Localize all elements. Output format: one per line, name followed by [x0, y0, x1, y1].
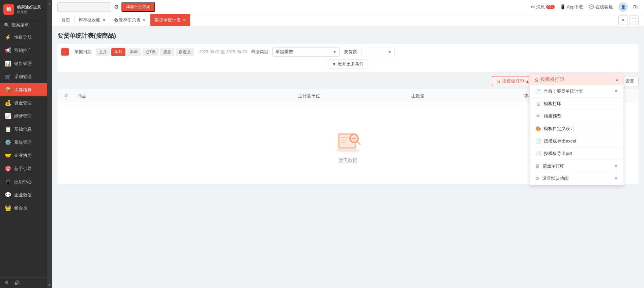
tab-close-order-stats[interactable]: ✕ — [183, 18, 186, 23]
tabbar-right-btns: ✕ ⛶ — [618, 15, 639, 25]
tab-receipt-summary[interactable]: 收发存汇总表 ✕ — [110, 14, 150, 26]
tab-expand-btn[interactable]: ⛶ — [629, 15, 639, 25]
display-print-arrow: ▼ — [614, 164, 618, 168]
dropdown-set-default[interactable]: ⚙ 设置默认功能 ▼ — [530, 172, 623, 185]
logo-icon: 畅 — [3, 4, 14, 15]
dropdown-item-template-preview[interactable]: 👁 模板预览 — [530, 110, 623, 123]
collab-icon: 🤝 — [5, 152, 11, 159]
sidebar-menu: ⚡ 快捷导航 📢 营销推广 📊 销售管理 🛒 采购管理 📦 库存核算 💰 资金管… — [0, 31, 47, 277]
search-icon: 🔍 — [4, 23, 9, 28]
topbar-gear-icon[interactable]: ⚙ — [114, 4, 119, 10]
sidebar-item-finance[interactable]: 💰 资金管理 — [0, 96, 47, 109]
inventory-icon: 📦 — [5, 87, 11, 93]
topbar-left: ⚙ 体验行业方案 — [57, 2, 155, 12]
sidebar-item-wechat[interactable]: 💬 企业微信 — [0, 188, 47, 201]
sidebar-item-inventory[interactable]: 📦 库存核算 — [0, 83, 47, 96]
marketing-icon: 📢 — [5, 47, 11, 54]
sidebar-item-quick-nav[interactable]: ⚡ 快捷导航 — [0, 31, 47, 44]
sidebar-item-basic[interactable]: 📋 基础信息 — [0, 123, 47, 136]
message-btn[interactable]: ✉ 消息 99+ — [531, 4, 555, 10]
tab-close-inventory-batch[interactable]: ✕ — [103, 18, 106, 23]
current-template-arrow: ▼ — [614, 89, 618, 94]
dropdown-item-export-excel[interactable]: 📄 按模板导出excel — [530, 135, 623, 148]
operation-icon: 📈 — [5, 113, 11, 119]
purchase-icon: 🛒 — [5, 73, 11, 80]
topbar: ⚙ 体验行业方案 ✉ 消息 99+ 📱 App下载 💬 在线客服 👤 Rit — [52, 0, 644, 14]
topbar-right: ✉ 消息 99+ 📱 App下载 💬 在线客服 👤 Rit — [531, 2, 639, 12]
tab-inventory-batch[interactable]: 库存批次账 ✕ — [75, 14, 110, 26]
print-btn[interactable]: 🖨 按模板打印 ▲ — [492, 76, 534, 86]
date-btn-more[interactable]: 更多 — [160, 48, 174, 56]
empty-text: 暂无数据 — [339, 158, 357, 164]
settings-icon[interactable]: ⚙ — [5, 280, 9, 285]
sidebar-item-newbie[interactable]: 🎯 新手引导 — [0, 162, 47, 175]
sidebar-item-system[interactable]: ⚙️ 系统管理 — [0, 136, 47, 149]
page-title: 要货单统计表(按商品) — [57, 32, 639, 40]
tab-close-receipt-summary[interactable]: ✕ — [143, 18, 146, 23]
order-type-select[interactable]: 单据类型 ▼ — [272, 47, 340, 57]
dropdown-close-btn[interactable]: ▲ — [615, 77, 619, 82]
logo-text: 畅康通好生意 标准版 — [17, 5, 41, 14]
th-gear[interactable]: ⚙ — [61, 93, 75, 98]
user-avatar[interactable]: 👤 — [618, 2, 628, 12]
sidebar-scroll[interactable]: ▲ ▼ — [47, 0, 52, 288]
date-btn-prev[interactable]: 上月 — [96, 48, 110, 56]
sidebar-item-purchase[interactable]: 🛒 采购管理 — [0, 70, 47, 83]
message-badge: 99+ — [546, 5, 555, 9]
dropdown-print-icon: 🖨 — [534, 77, 538, 82]
sidebar-item-appstore[interactable]: 📱 应用中心 — [0, 175, 47, 188]
order-qty-arrow-icon: ▼ — [387, 50, 392, 55]
sales-icon: 📊 — [5, 60, 11, 67]
sidebar-item-collab[interactable]: 🤝 企业协同 — [0, 149, 47, 162]
display-print-icon: 🖥 — [535, 163, 540, 169]
volume-icon[interactable]: 🔊 — [14, 280, 20, 285]
app-download-btn[interactable]: 📱 App下载 — [560, 4, 583, 10]
dropdown-item-export-pdf[interactable]: 📄 按模板导出pdf — [530, 148, 623, 160]
date-btn-year[interactable]: 本年 — [127, 48, 141, 56]
filter-expand-icon[interactable]: › — [61, 48, 69, 56]
empty-illustration — [331, 123, 365, 154]
page-content: 要货单统计表(按商品) › 单据日期 上月 本月 本年 近7天 更多 自定义 2… — [52, 26, 644, 288]
sidebar-item-member[interactable]: 👑 畅会员 — [0, 201, 47, 215]
template-design-icon: 🎨 — [535, 126, 541, 131]
basic-icon: 📋 — [5, 126, 11, 132]
order-qty-label: 要货数 — [344, 49, 357, 55]
template-print-icon: 🖨 — [535, 101, 541, 106]
set-default-arrow: ▼ — [614, 176, 618, 181]
template-preview-icon: 👁 — [535, 114, 541, 119]
th-product: 商品 — [75, 93, 295, 99]
service-icon: 💬 — [589, 4, 594, 9]
filter-bar: › 单据日期 上月 本月 本年 近7天 更多 自定义 2023-06-01 至 … — [57, 44, 639, 72]
dropdown-item-template-design[interactable]: 🎨 模板自定义设计 — [530, 123, 623, 135]
set-default-icon: ⚙ — [535, 176, 539, 181]
dropdown-item-template-print[interactable]: 🖨 模板打印 — [530, 98, 623, 110]
date-range: 2023-06-01 至 2023-06-30 — [199, 49, 247, 55]
expand-conditions-btn[interactable]: ▼ 展开更多条件 — [328, 59, 369, 69]
promo-button[interactable]: 体验行业方案 — [121, 2, 155, 12]
date-btn-week7[interactable]: 近7天 — [142, 48, 159, 56]
date-btn-custom[interactable]: 自定义 — [176, 48, 194, 56]
tab-order-stats[interactable]: 要货单统计表 ✕ — [150, 14, 191, 26]
sidebar-item-sales[interactable]: 📊 销售管理 — [0, 57, 47, 70]
sidebar-item-operation[interactable]: 📈 经营管理 — [0, 109, 47, 123]
sidebar: 畅 畅康通好生意 标准版 🔍 搜索菜单 ⚡ 快捷导航 📢 营销推广 📊 销售管理… — [0, 0, 47, 288]
tab-home[interactable]: 首页 — [57, 14, 75, 26]
filter-row-1: › 单据日期 上月 本月 本年 近7天 更多 自定义 2023-06-01 至 … — [61, 47, 635, 57]
appstore-icon: 📱 — [5, 179, 11, 185]
tab-close-btn[interactable]: ✕ — [618, 15, 628, 25]
tabbar: 首页 库存批次账 ✕ 收发存汇总表 ✕ 要货单统计表 ✕ ✕ ⛶ — [52, 14, 644, 26]
date-buttons: 上月 本月 本年 近7天 更多 自定义 — [96, 48, 194, 56]
date-btn-current[interactable]: 本月 — [111, 48, 125, 56]
print-arrow-icon: ▲ — [525, 79, 530, 84]
search-menu[interactable]: 🔍 搜索菜单 — [0, 19, 47, 31]
online-service-btn[interactable]: 💬 在线客服 — [589, 4, 613, 10]
order-qty-select[interactable]: ▼ — [361, 48, 395, 56]
dropdown-current-template[interactable]: 📄 当前：要货单统计表 ▼ — [530, 85, 623, 98]
quick-nav-icon: ⚡ — [5, 34, 11, 40]
topbar-search-input[interactable] — [57, 2, 111, 12]
newbie-icon: 🎯 — [5, 165, 11, 172]
current-template-icon: 📄 — [535, 89, 541, 94]
svg-point-0 — [336, 148, 360, 152]
dropdown-display-print[interactable]: 🖥 按显示打印 ▼ — [530, 160, 623, 172]
sidebar-item-marketing[interactable]: 📢 营销推广 — [0, 44, 47, 57]
